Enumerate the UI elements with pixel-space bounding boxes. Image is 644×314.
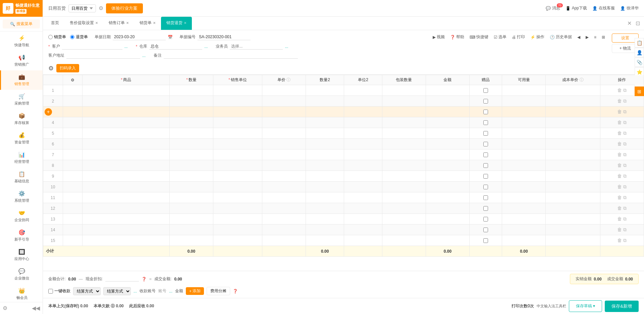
search-menu-button[interactable]: 🔍 搜索菜单 [3, 19, 40, 28]
data-cell[interactable] [344, 182, 382, 192]
data-cell[interactable] [344, 107, 382, 117]
data-cell[interactable] [546, 85, 600, 96]
data-cell[interactable] [382, 171, 426, 182]
warehouse-input[interactable] [149, 43, 202, 50]
breadcrumb-select[interactable]: 日用百货 [68, 4, 96, 12]
data-cell[interactable] [170, 85, 213, 96]
copy-row-icon[interactable]: ⧉ [623, 120, 627, 125]
data-cell[interactable] [426, 96, 469, 107]
delete-row-icon[interactable]: 🗑 [617, 120, 622, 125]
gift-checkbox[interactable] [483, 142, 488, 146]
sidebar-item-member[interactable]: 👑 畅会员 [0, 284, 43, 302]
layout-grid-btn[interactable]: ⊞ [600, 34, 606, 40]
data-cell[interactable] [344, 192, 382, 203]
data-cell[interactable] [262, 128, 306, 139]
user-avatar[interactable]: 👤 徐泽华 [620, 5, 639, 11]
delete-row-icon[interactable]: 🗑 [617, 216, 622, 222]
tab-close-icon[interactable]: ✕ [95, 21, 98, 25]
discount-input[interactable] [105, 276, 139, 281]
fee-split-button[interactable]: 费用分摊 [207, 287, 230, 295]
data-cell[interactable] [213, 149, 262, 160]
copy-row-icon[interactable]: ⧉ [623, 216, 627, 222]
data-cell[interactable] [213, 203, 262, 214]
sidebar-item-marketing[interactable]: 📢 营销推广 [0, 51, 43, 70]
tab-sales-bill[interactable]: 销货单 ✕ [134, 17, 161, 30]
save-new-button[interactable]: 保存&新增 [605, 301, 639, 312]
cost-help-icon[interactable]: ⓘ [580, 77, 584, 82]
data-cell[interactable] [382, 117, 426, 128]
data-cell[interactable] [344, 85, 382, 96]
data-cell[interactable] [170, 139, 213, 149]
remark-input[interactable] [164, 52, 298, 59]
data-cell[interactable] [426, 182, 469, 192]
data-cell[interactable] [213, 214, 262, 225]
data-cell[interactable] [213, 171, 262, 182]
data-cell[interactable] [502, 182, 546, 192]
copy-row-icon[interactable]: ⧉ [623, 141, 627, 147]
data-cell[interactable] [170, 235, 213, 246]
data-cell[interactable] [306, 203, 344, 214]
data-cell[interactable] [306, 139, 344, 149]
data-cell[interactable] [426, 214, 469, 225]
delete-row-icon[interactable]: 🗑 [617, 141, 622, 147]
delete-row-icon[interactable]: 🗑 [617, 152, 622, 158]
delete-row-icon[interactable]: 🗑 [617, 173, 622, 179]
price-help-icon[interactable]: ⓘ [286, 77, 290, 82]
data-cell[interactable] [213, 192, 262, 203]
address-input[interactable] [66, 52, 140, 59]
maximize-tab-button[interactable]: ⊡ [634, 19, 641, 28]
help-action-btn[interactable]: ❓ 帮助 [449, 34, 466, 41]
copy-row-icon[interactable]: ⧉ [623, 109, 627, 115]
data-cell[interactable] [382, 203, 426, 214]
sidebar-item-sales[interactable]: 💼 销售管理 [0, 70, 43, 90]
data-cell[interactable] [306, 85, 344, 96]
data-cell[interactable] [262, 192, 306, 203]
data-cell[interactable] [306, 171, 344, 182]
data-cell[interactable] [546, 160, 600, 171]
calendar-icon[interactable]: 📅 [168, 35, 173, 40]
data-cell[interactable] [262, 235, 306, 246]
data-cell[interactable] [382, 192, 426, 203]
gift-checkbox[interactable] [483, 217, 488, 222]
account-ellipsis[interactable]: ... [169, 289, 172, 294]
data-cell[interactable] [382, 139, 426, 149]
settlement-select[interactable]: 结算方式 [73, 287, 101, 295]
data-cell[interactable] [382, 96, 426, 107]
calculation-select[interactable]: 结算方式 [103, 287, 131, 295]
gift-checkbox[interactable] [483, 228, 488, 232]
data-cell[interactable] [170, 203, 213, 214]
sidebar-item-finance[interactable]: 💰 资金管理 [0, 129, 43, 148]
settlement-ellipsis[interactable]: ... [133, 289, 137, 294]
data-cell[interactable] [426, 128, 469, 139]
gift-checkbox[interactable] [483, 185, 488, 189]
delete-row-icon[interactable]: 🗑 [617, 130, 622, 136]
data-cell[interactable] [344, 203, 382, 214]
sidebar-item-inventory[interactable]: 📦 库存核算 [0, 109, 43, 129]
copy-row-icon[interactable]: ⧉ [623, 184, 627, 190]
data-cell[interactable] [262, 225, 306, 235]
gift-checkbox[interactable] [483, 238, 488, 243]
data-cell[interactable] [306, 235, 344, 246]
data-cell[interactable] [213, 160, 262, 171]
gift-checkbox[interactable] [483, 206, 488, 211]
data-cell[interactable] [546, 203, 600, 214]
data-cell[interactable] [344, 171, 382, 182]
float-item-2[interactable]: 👤 [635, 48, 644, 57]
data-cell[interactable] [262, 171, 306, 182]
data-cell[interactable] [170, 128, 213, 139]
data-cell[interactable] [382, 225, 426, 235]
data-cell[interactable] [502, 107, 546, 117]
data-cell[interactable] [170, 149, 213, 160]
gift-checkbox[interactable] [483, 163, 488, 168]
data-cell[interactable] [306, 128, 344, 139]
data-cell[interactable] [426, 235, 469, 246]
message-button[interactable]: 💬 消息 70 [546, 5, 560, 11]
data-cell[interactable] [344, 225, 382, 235]
copy-row-icon[interactable]: ⧉ [623, 195, 627, 200]
data-cell[interactable] [262, 203, 306, 214]
tab-sales-order[interactable]: 销售订单 ✕ [103, 17, 134, 30]
data-cell[interactable] [502, 96, 546, 107]
data-cell[interactable] [306, 160, 344, 171]
delete-row-icon[interactable]: 🗑 [617, 184, 622, 190]
video-action-btn[interactable]: ▶ 视频 [431, 34, 446, 41]
